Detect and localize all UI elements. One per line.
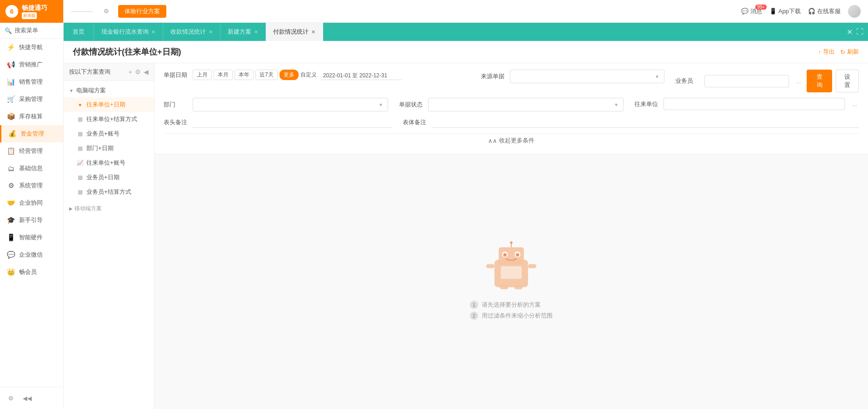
topbar-settings-btn[interactable]: ⚙ <box>100 5 113 18</box>
svg-rect-12 <box>501 266 522 279</box>
marketing-icon: 📢 <box>6 61 15 69</box>
filter-row-3: 表头备注 表体备注 <box>164 117 859 128</box>
quick-nav-icon: ⚡ <box>6 43 15 51</box>
sidebar-item-system[interactable]: ⚙ 系统管理 <box>0 177 63 194</box>
tree-item-staff-account[interactable]: ▦ 业务员+账号 <box>64 126 154 141</box>
desktop-section-header[interactable]: ▼ 电脑端方案 <box>64 84 154 97</box>
online-service-btn[interactable]: 🎧 在线客服 <box>808 7 841 15</box>
sidebar-item-cooperation[interactable]: 🤝 企业协同 <box>0 194 63 212</box>
purchase-icon: 🛒 <box>6 95 15 103</box>
sidebar-item-basic-info[interactable]: 🗂 基础信息 <box>0 160 63 177</box>
add-plan-btn[interactable]: + <box>129 68 132 76</box>
plan-icon-3: ▦ <box>76 145 84 151</box>
breadcrumb-part1: ———— <box>71 8 93 15</box>
staff-more-btn[interactable]: ... <box>794 78 803 85</box>
sidebar-item-sales[interactable]: 📊 销售管理 <box>0 73 63 91</box>
filter-date-item: 单据日期 上月 本月 本年 近7天 更多 自定义 <box>164 70 470 80</box>
partner-more-btn[interactable]: ... <box>850 101 859 107</box>
tabbar-expand-btn[interactable]: ⛶ <box>856 28 863 36</box>
app-download-btn[interactable]: 📱 App下载 <box>769 7 801 15</box>
date-btn-last-month[interactable]: 上月 <box>193 70 212 80</box>
svg-rect-8 <box>486 264 494 268</box>
tree-item-dept-date[interactable]: ▦ 部门+日期 <box>64 141 154 156</box>
sidebar-collapse-btn[interactable]: ◀◀ <box>21 392 34 404</box>
sidebar-item-hardware[interactable]: 📱 智能硬件 <box>0 229 63 246</box>
source-select[interactable]: ▼ <box>510 70 664 83</box>
tab-cash-flow[interactable]: 现金银行流水查询 ✕ <box>94 23 163 41</box>
user-avatar[interactable] <box>848 5 861 18</box>
filter-settings-btn[interactable]: 设置 <box>836 70 859 92</box>
sidebar-item-purchase[interactable]: 🛒 采购管理 <box>0 91 63 108</box>
date-btn-this-year[interactable]: 本年 <box>234 70 254 80</box>
filter-staff-item: 业务员 ... 查询 设置 <box>675 70 859 92</box>
date-btn-more[interactable]: 更多 <box>279 70 299 80</box>
source-label: 来源单据 <box>481 72 506 81</box>
export-btn[interactable]: ↑ 导出 <box>818 48 835 56</box>
plan-icon-6: ▦ <box>76 189 84 195</box>
source-arrow-icon: ▼ <box>655 74 659 79</box>
plan-settings-btn[interactable]: ⚙ <box>135 68 141 76</box>
search-menu[interactable]: 🔍 搜索菜单 <box>0 23 63 39</box>
tree-item-unit-settle[interactable]: ▦ 往来单位+结算方式 <box>64 112 154 126</box>
mobile-section-header[interactable]: ▶ 移动端方案 <box>64 202 154 215</box>
query-btn[interactable]: 查询 <box>807 70 833 92</box>
sidebar-item-quick-nav[interactable]: ⚡ 快捷导航 <box>0 39 63 56</box>
notification-btn[interactable]: 💬 消息 99+ <box>741 7 762 15</box>
tab-new-plan-close[interactable]: ✕ <box>254 29 258 35</box>
sidebar-item-management[interactable]: 📋 经营管理 <box>0 142 63 160</box>
tree-item-staff-settle[interactable]: ▦ 业务员+结算方式 <box>64 185 154 199</box>
sidebar-item-wechat[interactable]: 💬 企业微信 <box>0 246 63 263</box>
tab-payment-stats-close[interactable]: ✕ <box>311 29 315 35</box>
notification-icon: 💬 <box>741 8 748 15</box>
sidebar-item-finance[interactable]: 💰 资金管理 <box>0 125 63 142</box>
tree-item-unit-account[interactable]: 📈 往来单位+账号 <box>64 156 154 170</box>
body-note-label: 表体备注 <box>403 118 428 126</box>
tab-payment-stats[interactable]: 付款情况统计 ✕ <box>266 23 323 41</box>
partner-input[interactable] <box>663 98 845 110</box>
sidebar-item-member[interactable]: 👑 畅会员 <box>0 263 63 281</box>
plan-icon-5: ▦ <box>76 174 84 181</box>
empty-hints: 1 请先选择要分析的方案 2 用过滤条件来缩小分析范围 <box>470 301 553 320</box>
filter-dept-item: 部门 ▼ <box>164 98 388 111</box>
svg-point-4 <box>503 253 506 256</box>
dept-label: 部门 <box>164 101 189 109</box>
sidebar-settings-btn[interactable]: ⚙ <box>5 392 17 404</box>
download-icon: 📱 <box>769 8 777 15</box>
logo-icon: 6 <box>5 5 18 18</box>
tab-receipt-stats[interactable]: 收款情况统计 ✕ <box>163 23 220 41</box>
export-icon: ↑ <box>818 49 822 56</box>
doc-status-select[interactable]: ▼ <box>428 98 624 111</box>
refresh-btn[interactable]: ↻ 刷新 <box>840 48 859 56</box>
date-btn-this-month[interactable]: 本月 <box>214 70 233 80</box>
tab-home[interactable]: 首页 <box>64 23 94 41</box>
doc-status-arrow-icon: ▼ <box>614 102 619 107</box>
tree-item-staff-date[interactable]: ▦ 业务员+日期 <box>64 170 154 185</box>
tab-new-plan[interactable]: 新建方案 ✕ <box>220 23 266 41</box>
data-area: 1 请先选择要分析的方案 2 用过滤条件来缩小分析范围 <box>155 154 868 409</box>
left-panel-action-btns: + ⚙ ◀ <box>129 68 149 76</box>
tree-item-unit-date[interactable]: ● 往来单位+日期 <box>64 97 154 112</box>
header-note-input[interactable] <box>193 117 392 128</box>
tabbar-close-btn[interactable]: ✕ <box>847 28 853 36</box>
tab-receipt-stats-close[interactable]: ✕ <box>209 29 213 35</box>
gear-icon: ⚙ <box>104 8 109 15</box>
filter-row-2: 部门 ▼ 单据状态 ▼ <box>164 98 859 111</box>
tabbar: 首页 现金银行流水查询 ✕ 收款情况统计 ✕ 新建方案 ✕ 付款情况统计 ✕ ✕… <box>64 23 868 41</box>
date-range-input[interactable] <box>320 71 402 80</box>
tabbar-actions: ✕ ⛶ <box>842 23 868 41</box>
tab-cash-flow-close[interactable]: ✕ <box>151 29 155 35</box>
collapse-filter-btn[interactable]: ∧∧ 收起更多条件 <box>164 133 859 147</box>
panel-collapse-btn[interactable]: ◀ <box>144 68 149 76</box>
hardware-icon: 📱 <box>6 233 15 242</box>
body-note-input[interactable] <box>432 117 859 128</box>
empty-hint-1: 1 请先选择要分析的方案 <box>470 301 553 309</box>
logo-badge: 标准版 <box>22 12 37 19</box>
sidebar-item-guide[interactable]: 🎓 新手引导 <box>0 212 63 229</box>
staff-input[interactable] <box>704 75 789 87</box>
sidebar-item-inventory[interactable]: 📦 库存核算 <box>0 108 63 125</box>
dept-arrow-icon: ▼ <box>379 102 383 107</box>
sidebar-item-marketing[interactable]: 📢 营销推广 <box>0 56 63 73</box>
dept-select[interactable]: ▼ <box>193 98 388 111</box>
date-btn-7days[interactable]: 近7天 <box>255 70 278 80</box>
demo-btn[interactable]: 体验行业方案 <box>118 5 166 18</box>
